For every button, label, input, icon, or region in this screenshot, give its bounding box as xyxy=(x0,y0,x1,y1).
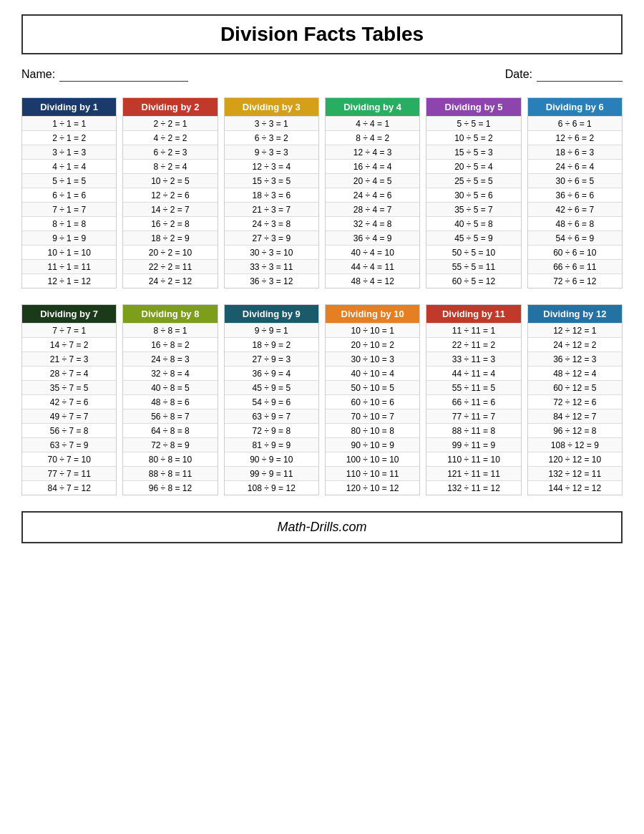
table-row: 36 ÷ 6 = 6 xyxy=(528,188,622,202)
table-row: 18 ÷ 9 = 2 xyxy=(225,337,318,351)
table-row: 5 ÷ 1 = 5 xyxy=(22,173,116,188)
table-row: 10 ÷ 5 = 2 xyxy=(426,130,520,145)
table-row: 108 ÷ 12 = 9 xyxy=(528,437,622,452)
division-table-4: Dividing by 44 ÷ 4 = 18 ÷ 4 = 212 ÷ 4 = … xyxy=(325,97,420,288)
table-row: 36 ÷ 4 = 9 xyxy=(326,231,419,245)
table-row: 15 ÷ 3 = 5 xyxy=(225,173,318,188)
table-row: 72 ÷ 8 = 9 xyxy=(123,437,217,452)
table-row: 36 ÷ 9 = 4 xyxy=(225,366,318,380)
table-row: 45 ÷ 9 = 5 xyxy=(225,380,318,394)
table-row: 60 ÷ 10 = 6 xyxy=(326,394,419,409)
table-row: 99 ÷ 9 = 11 xyxy=(225,466,318,480)
table-row: 9 ÷ 1 = 9 xyxy=(22,231,116,245)
table-row: 8 ÷ 4 = 2 xyxy=(326,130,419,145)
division-table-7: Dividing by 77 ÷ 7 = 114 ÷ 7 = 221 ÷ 7 =… xyxy=(21,304,117,495)
table-row: 36 ÷ 3 = 12 xyxy=(225,273,318,288)
table-row: 7 ÷ 7 = 1 xyxy=(22,323,116,337)
bottom-tables-grid: Dividing by 77 ÷ 7 = 114 ÷ 7 = 221 ÷ 7 =… xyxy=(21,304,623,495)
table-row: 28 ÷ 4 = 7 xyxy=(326,202,419,216)
table-row: 10 ÷ 1 = 10 xyxy=(22,245,116,259)
table-row: 6 ÷ 6 = 1 xyxy=(528,116,622,130)
table-header-11: Dividing by 11 xyxy=(426,305,520,323)
table-row: 21 ÷ 7 = 3 xyxy=(22,351,116,366)
table-row: 1 ÷ 1 = 1 xyxy=(22,116,116,130)
table-row: 6 ÷ 2 = 3 xyxy=(123,145,217,159)
table-row: 3 ÷ 3 = 1 xyxy=(225,116,318,130)
table-row: 2 ÷ 2 = 1 xyxy=(123,116,217,130)
table-row: 30 ÷ 5 = 6 xyxy=(426,188,520,202)
table-row: 48 ÷ 8 = 6 xyxy=(123,394,217,409)
table-row: 32 ÷ 8 = 4 xyxy=(123,366,217,380)
name-date-row: Name: Date: xyxy=(21,67,623,82)
footer-text: Math-Drills.com xyxy=(277,520,366,534)
date-field: Date: xyxy=(505,67,623,82)
name-underline xyxy=(59,67,188,82)
table-row: 27 ÷ 9 = 3 xyxy=(225,351,318,366)
table-row: 50 ÷ 10 = 5 xyxy=(326,380,419,394)
table-row: 9 ÷ 9 = 1 xyxy=(225,323,318,337)
table-row: 110 ÷ 11 = 10 xyxy=(426,452,520,466)
table-row: 120 ÷ 12 = 10 xyxy=(528,452,622,466)
table-row: 8 ÷ 1 = 8 xyxy=(22,216,116,231)
table-row: 18 ÷ 3 = 6 xyxy=(225,188,318,202)
division-table-12: Dividing by 1212 ÷ 12 = 124 ÷ 12 = 236 ÷… xyxy=(527,304,623,495)
table-header-7: Dividing by 7 xyxy=(22,305,116,323)
table-row: 64 ÷ 8 = 8 xyxy=(123,423,217,437)
table-row: 90 ÷ 10 = 9 xyxy=(326,437,419,452)
table-row: 12 ÷ 6 = 2 xyxy=(528,130,622,145)
table-row: 50 ÷ 5 = 10 xyxy=(426,245,520,259)
table-row: 120 ÷ 10 = 12 xyxy=(326,480,419,495)
date-label: Date: xyxy=(505,68,532,81)
table-row: 49 ÷ 7 = 7 xyxy=(22,409,116,423)
table-row: 16 ÷ 4 = 4 xyxy=(326,159,419,173)
division-table-5: Dividing by 55 ÷ 5 = 110 ÷ 5 = 215 ÷ 5 =… xyxy=(426,97,521,288)
table-row: 40 ÷ 5 = 8 xyxy=(426,216,520,231)
table-row: 10 ÷ 10 = 1 xyxy=(326,323,419,337)
table-row: 72 ÷ 6 = 12 xyxy=(528,273,622,288)
table-row: 20 ÷ 5 = 4 xyxy=(426,159,520,173)
table-row: 2 ÷ 1 = 2 xyxy=(22,130,116,145)
table-header-9: Dividing by 9 xyxy=(225,305,318,323)
table-row: 20 ÷ 10 = 2 xyxy=(326,337,419,351)
table-row: 24 ÷ 4 = 6 xyxy=(326,188,419,202)
table-row: 48 ÷ 6 = 8 xyxy=(528,216,622,231)
table-row: 6 ÷ 1 = 6 xyxy=(22,188,116,202)
table-row: 96 ÷ 12 = 8 xyxy=(528,423,622,437)
table-row: 56 ÷ 8 = 7 xyxy=(123,409,217,423)
table-row: 3 ÷ 1 = 3 xyxy=(22,145,116,159)
table-row: 44 ÷ 11 = 4 xyxy=(426,366,520,380)
table-row: 22 ÷ 11 = 2 xyxy=(426,337,520,351)
table-row: 4 ÷ 1 = 4 xyxy=(22,159,116,173)
table-row: 16 ÷ 2 = 8 xyxy=(123,216,217,231)
division-table-11: Dividing by 1111 ÷ 11 = 122 ÷ 11 = 233 ÷… xyxy=(426,304,521,495)
table-row: 99 ÷ 11 = 9 xyxy=(426,437,520,452)
table-row: 11 ÷ 11 = 1 xyxy=(426,323,520,337)
table-row: 55 ÷ 5 = 11 xyxy=(426,259,520,273)
table-row: 42 ÷ 6 = 7 xyxy=(528,202,622,216)
table-row: 63 ÷ 7 = 9 xyxy=(22,437,116,452)
table-row: 80 ÷ 8 = 10 xyxy=(123,452,217,466)
table-row: 8 ÷ 2 = 4 xyxy=(123,159,217,173)
table-row: 30 ÷ 10 = 3 xyxy=(326,351,419,366)
table-row: 14 ÷ 7 = 2 xyxy=(22,337,116,351)
division-table-6: Dividing by 66 ÷ 6 = 112 ÷ 6 = 218 ÷ 6 =… xyxy=(527,97,623,288)
table-header-10: Dividing by 10 xyxy=(326,305,419,323)
table-header-3: Dividing by 3 xyxy=(225,98,318,116)
table-row: 60 ÷ 5 = 12 xyxy=(426,273,520,288)
table-row: 35 ÷ 5 = 7 xyxy=(426,202,520,216)
table-row: 40 ÷ 4 = 10 xyxy=(326,245,419,259)
table-row: 77 ÷ 7 = 11 xyxy=(22,466,116,480)
table-row: 25 ÷ 5 = 5 xyxy=(426,173,520,188)
table-header-5: Dividing by 5 xyxy=(426,98,520,116)
table-row: 18 ÷ 2 = 9 xyxy=(123,231,217,245)
table-row: 33 ÷ 3 = 11 xyxy=(225,259,318,273)
table-row: 12 ÷ 1 = 12 xyxy=(22,273,116,288)
table-row: 70 ÷ 10 = 7 xyxy=(326,409,419,423)
table-row: 28 ÷ 7 = 4 xyxy=(22,366,116,380)
table-row: 70 ÷ 7 = 10 xyxy=(22,452,116,466)
table-row: 108 ÷ 9 = 12 xyxy=(225,480,318,495)
table-row: 6 ÷ 3 = 2 xyxy=(225,130,318,145)
table-row: 18 ÷ 6 = 3 xyxy=(528,145,622,159)
table-row: 132 ÷ 11 = 12 xyxy=(426,480,520,495)
table-header-4: Dividing by 4 xyxy=(326,98,419,116)
